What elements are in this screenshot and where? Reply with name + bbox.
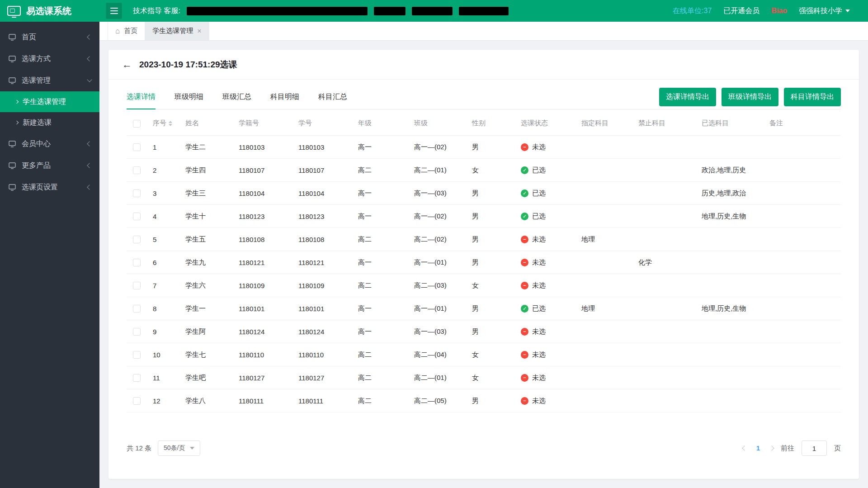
prev-page-icon[interactable] [742,445,747,450]
sidebar-item-label: 会员中心 [22,139,51,149]
cell-status: −未选 [517,343,578,366]
export-button-科目详情导出[interactable]: 科目详情导出 [784,88,841,106]
sidebar-item-选课管理[interactable]: 选课管理 [0,70,99,91]
app-logo: 易选课系统 [0,0,99,22]
goto-page-input[interactable] [802,441,827,456]
row-checkbox[interactable] [133,190,141,197]
column-header-姓名: 姓名 [182,111,235,136]
redacted-contact-bar [459,7,509,15]
org-dropdown[interactable]: 强强科技小学 [799,6,850,16]
online-units-label: 在线单位:37 [673,6,712,16]
table-body: 1学生二11801031180103高一高一—(02)男−未选2学生四11801… [127,136,841,412]
column-header-指定科目: 指定科目 [578,111,635,136]
cell-status: −未选 [517,274,578,297]
cell-stu_no: 1180109 [295,274,354,297]
row-checkbox[interactable] [133,166,141,174]
cell-remark [766,251,841,274]
sidebar-item-选课页设置[interactable]: 选课页设置 [0,176,99,198]
status-text: 未选 [532,397,546,405]
status-unselected-icon: − [521,259,528,266]
row-checkbox[interactable] [133,351,141,359]
tab-home[interactable]: ⌂ 首页 [108,22,145,40]
cell-reg_no: 1180107 [235,159,295,182]
detail-tab-科目明细[interactable]: 科目明细 [270,86,299,109]
tab-student-course-manage[interactable]: 学生选课管理 × [145,22,209,40]
sidebar-item-首页[interactable]: 首页 [0,26,99,48]
chevron-icon [87,56,92,61]
table-row: 6学生九11801211180121高一高一—(01)男−未选化学 [127,251,841,274]
row-checkbox[interactable] [133,397,141,405]
cell-reg_no: 1180127 [235,366,295,389]
page-number-1[interactable]: 1 [754,444,763,452]
sidebar-subitem-学生选课管理[interactable]: 学生选课管理 [0,91,99,112]
row-checkbox[interactable] [133,259,141,266]
select-all-checkbox[interactable] [133,120,141,128]
cell-grade: 高一 [354,205,410,228]
detail-tab-选课详情[interactable]: 选课详情 [127,86,156,109]
chevron-icon [87,141,92,146]
cell-assigned [578,251,635,274]
user-flag[interactable]: Biao [771,7,787,15]
cell-reg_no: 1180104 [235,182,295,205]
cell-grade: 高一 [354,136,410,159]
detail-tab-班级汇总[interactable]: 班级汇总 [222,86,251,109]
column-header-序号[interactable]: 序号 [149,111,182,136]
cell-reg_no: 1180111 [235,389,295,412]
cell-name: 学生六 [182,274,235,297]
chevron-down-icon [190,447,194,450]
row-checkbox[interactable] [133,213,141,220]
service-label: 技术指导 客服: [133,6,180,16]
row-checkbox[interactable] [133,374,141,382]
cell-stu_no: 1180107 [295,159,354,182]
cell-num: 7 [149,274,182,297]
cell-gender: 女 [468,159,517,182]
sidebar-item-会员中心[interactable]: 会员中心 [0,133,99,155]
cell-status: −未选 [517,136,578,159]
cell-status: −未选 [517,366,578,389]
cell-remark [766,136,841,159]
detail-tab-班级明细[interactable]: 班级明细 [175,86,203,109]
close-icon[interactable]: × [197,28,201,35]
course-mode-icon [8,55,16,63]
row-checkbox[interactable] [133,282,141,289]
page-size-select[interactable]: 50条/页 [158,441,200,456]
detail-tabs: 选课详情班级明细班级汇总科目明细科目汇总 [127,86,366,109]
column-header-班级: 班级 [410,111,468,136]
cell-remark [766,297,841,320]
cell-forbidden [635,343,698,366]
cell-stu_no: 1180103 [295,136,354,159]
status-unselected-icon: − [521,351,528,359]
cell-name: 学生九 [182,251,235,274]
export-buttons: 选课详情导出班级详情导出科目详情导出 [659,88,841,106]
row-checkbox[interactable] [133,305,141,313]
students-table: 序号姓名学籍号学号年级班级性别选课状态指定科目禁止科目已选科目备注 1学生二11… [127,111,841,412]
sidebar-subitem-新建选课[interactable]: 新建选课 [0,112,99,133]
page-title: 2023-10-19 17:51:29选课 [139,59,237,71]
row-checkbox[interactable] [133,143,141,151]
sidebar-toggle-button[interactable] [106,3,122,19]
next-page-icon[interactable] [769,445,774,450]
sort-icon[interactable] [169,121,172,126]
sidebar-subitem-label: 新建选课 [23,118,52,128]
redacted-contact-bar [187,7,368,15]
column-header-选课状态: 选课状态 [517,111,578,136]
goto-label: 前往 [781,444,794,453]
sidebar-item-选课方式[interactable]: 选课方式 [0,48,99,70]
detail-tab-科目汇总[interactable]: 科目汇总 [318,86,347,109]
export-button-班级详情导出[interactable]: 班级详情导出 [722,88,778,106]
member-badge[interactable]: 已开通会员 [723,6,760,16]
back-icon[interactable]: ← [122,60,132,70]
sidebar-item-更多产品[interactable]: 更多产品 [0,155,99,176]
row-checkbox[interactable] [133,328,141,336]
cell-chosen [698,228,766,251]
cell-stu_no: 1180123 [295,205,354,228]
export-button-选课详情导出[interactable]: 选课详情导出 [659,88,716,106]
table-row: 11学生吧11801271180127高二高二—(01)女−未选 [127,366,841,389]
row-checkbox[interactable] [133,236,141,243]
cell-num: 1 [149,136,182,159]
cell-reg_no: 1180123 [235,205,295,228]
cell-remark [766,205,841,228]
cell-gender: 男 [468,182,517,205]
cell-name: 学生十 [182,205,235,228]
table-row: 3学生三11801041180104高一高一—(03)男✓已选历史,地理,政治 [127,182,841,205]
